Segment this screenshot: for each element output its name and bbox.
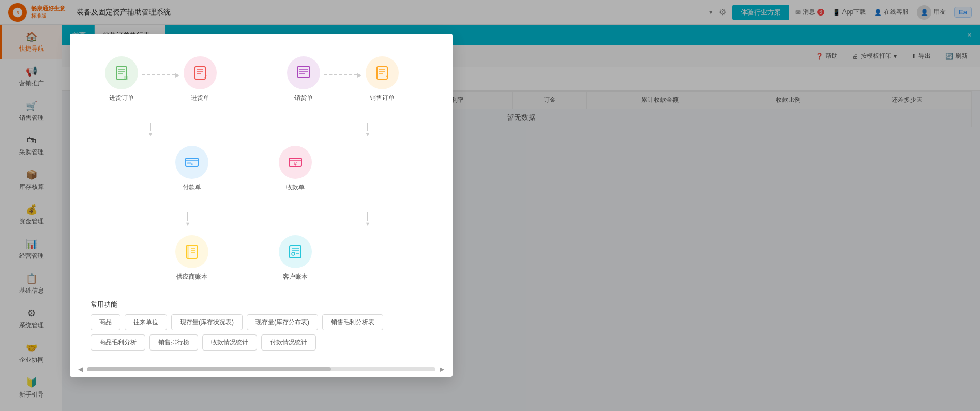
flow-node-purchase-order[interactable]: → 进货订单	[101, 50, 142, 109]
svg-point-37	[292, 252, 295, 255]
vert-connectors-2: ▼ ▼	[91, 212, 432, 227]
scroll-left-arrow[interactable]: ◀	[78, 366, 83, 373]
purchase-order-circle: →	[105, 56, 138, 89]
payment-circle: ¥	[175, 146, 208, 179]
vert-conn-purchase: ▼	[134, 123, 167, 138]
vert-conn-payment: ▼	[171, 212, 204, 227]
flow-node-sales-order[interactable]: $ 销售订单	[361, 50, 403, 109]
svg-text:$: $	[386, 74, 388, 79]
flow-node-receipt[interactable]: ¥ 收款单	[275, 140, 316, 198]
func-btn-partner[interactable]: 往来单位	[125, 314, 167, 330]
func-btn-stock-dist[interactable]: 现存量(库存分布表)	[247, 314, 318, 330]
supplier-ledger-circle	[175, 235, 208, 268]
func-buttons: 商品 往来单位 现存量(库存状况表) 现存量(库存分布表) 销售毛利分析表 商品…	[91, 314, 432, 351]
flow-node-purchase[interactable]: ✓ 进货单	[179, 50, 221, 109]
popup-content: → 进货订单 ▶ ✓ 进货单	[70, 34, 453, 363]
func-btn-payment-stat[interactable]: 付款情况统计	[261, 334, 316, 351]
common-functions: 常用功能 商品 往来单位 现存量(库存状况表) 现存量(库存分布表) 销售毛利分…	[91, 300, 432, 351]
vert-conn-receipt: ▼	[351, 212, 384, 227]
func-btn-receipt-stat[interactable]: 收款情况统计	[202, 334, 257, 351]
func-btn-sales-gross[interactable]: 销售毛利分析表	[322, 314, 383, 330]
scrollbar-thumb	[87, 367, 331, 371]
vert-conn-sales: ▼	[351, 123, 384, 138]
vert-connectors: ▼ ▼	[91, 123, 432, 138]
receipt-circle: ¥	[279, 146, 312, 179]
svg-text:→: →	[124, 75, 128, 80]
svg-text:✓: ✓	[204, 74, 208, 79]
purchase-label: 进货单	[191, 94, 209, 102]
popup: → 进货订单 ▶ ✓ 进货单	[70, 34, 453, 377]
func-btn-goods[interactable]: 商品	[91, 314, 120, 330]
payment-label: 付款单	[183, 183, 201, 192]
supplier-ledger-label: 供应商账本	[176, 272, 207, 281]
purchase-order-label: 进货订单	[109, 94, 134, 102]
receipt-label: 收款单	[286, 183, 305, 192]
flow-node-supplier-ledger[interactable]: 供应商账本	[171, 229, 213, 287]
svg-rect-30	[187, 245, 189, 258]
purchase-circle: ✓	[184, 56, 217, 89]
flow-node-customer-ledger[interactable]: 客户账本	[275, 229, 316, 287]
sales-order-label: 销售订单	[370, 94, 395, 102]
func-btn-stock-status[interactable]: 现存量(库存状况表)	[171, 314, 243, 330]
common-title: 常用功能	[91, 300, 432, 309]
svg-rect-34	[290, 246, 301, 258]
customer-ledger-label: 客户账本	[283, 272, 308, 281]
flow-node-sales[interactable]: 销货单	[283, 50, 324, 109]
arrow-2: ▶	[324, 71, 361, 79]
sales-circle	[287, 56, 320, 89]
flow-row-2: ¥ 付款单 ¥ 收款单	[91, 140, 432, 198]
scroll-right-arrow[interactable]: ▶	[440, 366, 444, 373]
svg-text:¥: ¥	[293, 162, 297, 168]
flow-node-payment[interactable]: ¥ 付款单	[171, 140, 213, 198]
popup-scrollbar: ◀ ▶	[70, 363, 453, 377]
svg-text:¥: ¥	[190, 162, 193, 166]
arrow-1: ▶	[142, 71, 179, 79]
sales-label: 销货单	[294, 94, 313, 102]
customer-ledger-circle	[279, 235, 312, 268]
func-btn-sales-rank[interactable]: 销售排行榜	[149, 334, 198, 351]
func-btn-goods-gross[interactable]: 商品毛利分析	[91, 334, 145, 351]
flow-row-3: 供应商账本 客户账本	[91, 229, 432, 287]
scrollbar-track[interactable]	[87, 367, 435, 371]
sales-order-circle: $	[366, 56, 399, 89]
flow-row-1: → 进货订单 ▶ ✓ 进货单	[91, 50, 432, 109]
